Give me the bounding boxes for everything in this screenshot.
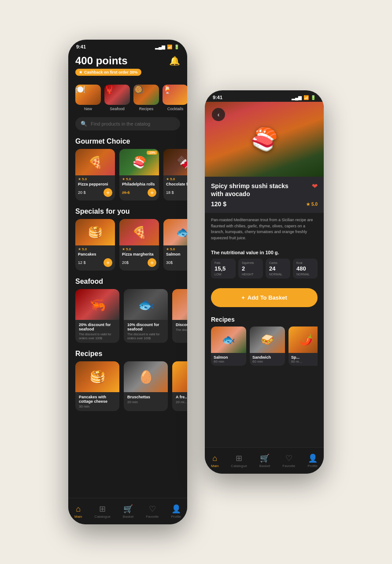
- signal-icon-right: ▂▄▆: [292, 95, 302, 100]
- recipe-img-1: 🥞: [75, 361, 119, 392]
- category-recipes-label: Recipes: [139, 107, 154, 111]
- category-new-label: New: [84, 107, 92, 111]
- recipe-info-3: A fre... 20 mi...: [172, 392, 187, 407]
- sushi-name: Philadelphia rolls: [119, 181, 159, 188]
- profile-icon-right: 👤: [308, 453, 318, 463]
- star-icon: ★: [122, 247, 125, 251]
- seafood-desc-3: The disc... orders o...: [176, 328, 187, 332]
- wifi-icon-right: 📶: [303, 95, 309, 100]
- recipe-card-1[interactable]: 🥞 Pancakes with cottage cheese 30 min: [75, 361, 119, 411]
- right-recipe-sandwich[interactable]: 🥪 Sandwich 60 min: [250, 327, 285, 366]
- specials-title: Specials for you: [68, 205, 187, 219]
- nav-catalogue-right[interactable]: ⊞ Catalogue: [231, 453, 247, 468]
- right-recipe-salmon[interactable]: 🐟 Salmon 60 min: [211, 327, 246, 366]
- squirrels-label: Squirrels: [242, 261, 259, 264]
- star-icon: ★: [78, 247, 81, 251]
- salmon-rating: ★ 5.0: [163, 245, 187, 251]
- seafood-img-2: 🐟: [124, 289, 168, 320]
- pancakes-name: Pancakes: [75, 251, 115, 258]
- food-card-pancakes[interactable]: 🥞 ★ 5.0 Pancakes 12 $ +: [75, 219, 115, 271]
- pizza-price: 20 $: [78, 190, 86, 195]
- category-recipes[interactable]: 🥘 Recipes: [133, 85, 159, 111]
- recipe-card-2[interactable]: 🥚 Bruschettas 20 min: [124, 361, 168, 411]
- food-description: Pan-roasted Mediterranean trout from a S…: [205, 213, 324, 245]
- catalogue-icon-left: ⊞: [99, 504, 106, 514]
- seafood-img-3: 🦑: [172, 289, 187, 320]
- seafood-desc-2: The discount is valid for orders over 10…: [127, 332, 164, 340]
- bell-icon[interactable]: 🔔: [169, 56, 180, 66]
- plus-icon: +: [241, 294, 245, 301]
- salmon-name: Salmon: [163, 251, 187, 258]
- recipe-time-3: 20 mi...: [176, 400, 187, 404]
- nav-favorite-left[interactable]: ♡ Favorite: [146, 504, 159, 519]
- kcal-unit: NORMAL: [296, 273, 314, 276]
- nav-main-label-right: Main: [211, 464, 218, 468]
- margherita-add-btn[interactable]: +: [148, 258, 156, 267]
- seafood-card-1[interactable]: 🦐 20% discount for seafood The discount …: [75, 289, 119, 343]
- category-cocktails-img: 🍹: [163, 85, 187, 105]
- food-card-salmon[interactable]: 🐟 ★ 5.0 Salmon 30$ +: [163, 219, 187, 271]
- pancakes-add-btn[interactable]: +: [104, 258, 112, 267]
- recipe-img-2: 🥚: [124, 361, 168, 392]
- food-card-choc[interactable]: 🍫 ★ 5.0 Chocolate fo... 18 $ +: [163, 149, 187, 200]
- nav-basket-right[interactable]: 🛒 Basket: [259, 453, 270, 468]
- nutrition-section: The nutritional value in 100 g. Fats 15,…: [205, 245, 324, 283]
- pizza-img: 🍕: [75, 149, 115, 175]
- right-recipe-sp-time: 60 m...: [291, 360, 318, 364]
- seafood-discount-1: 20% discount for seafood: [79, 323, 116, 331]
- fats-value: 15,5: [214, 265, 232, 272]
- right-recipe-sandwich-info: Sandwich 60 min: [250, 353, 285, 366]
- cashback-text: Cashback on first order 30%: [84, 70, 138, 74]
- nutrition-carbs: Carbs 24 NORMAL: [266, 259, 290, 278]
- nav-main-right[interactable]: ⌂ Main: [211, 454, 218, 468]
- header-left: 400 points 🔔 ★ Cashback on first order 3…: [68, 51, 187, 80]
- back-button[interactable]: ‹: [212, 108, 225, 121]
- add-to-basket-button[interactable]: + Add To Basket: [211, 288, 318, 307]
- carbs-value: 24: [269, 265, 287, 272]
- seafood-title: Seafood: [68, 275, 187, 289]
- food-card-sushi[interactable]: 🍣 -15% ★ 5.0 Philadelphia rolls 25 $ +: [119, 149, 159, 200]
- margherita-rating-val: 5.0: [126, 247, 131, 251]
- right-recipe-sandwich-name: Sandwich: [252, 355, 282, 360]
- nutrition-kcal: Kcal 480 NORMAL: [293, 259, 318, 278]
- pizza-name: Pizza pepperoni: [75, 181, 115, 188]
- seafood-card-2[interactable]: 🐟 10% discount for seafood The discount …: [124, 289, 168, 343]
- favorite-icon-left: ♡: [149, 504, 156, 514]
- margherita-price: 20$: [122, 260, 129, 265]
- search-bar[interactable]: 🔍 Find products in the catalog: [75, 117, 180, 130]
- heart-icon[interactable]: ❤: [312, 182, 318, 190]
- recipe-card-3[interactable]: 🍳 A fre... 20 mi...: [172, 361, 187, 411]
- seafood-img-1: 🦐: [75, 289, 119, 320]
- rating-value-right: 5.0: [311, 202, 318, 207]
- category-new-img: 🍽️: [75, 85, 101, 105]
- food-card-margherita[interactable]: 🍕 ★ 5.0 Pizza margherita 20$ +: [119, 219, 159, 271]
- pizza-add-btn[interactable]: +: [104, 188, 112, 197]
- home-icon-left: ⌂: [76, 505, 81, 514]
- seafood-cards: 🦐 20% discount for seafood The discount …: [68, 289, 187, 347]
- nav-main-left[interactable]: ⌂ Main: [74, 505, 82, 519]
- category-new[interactable]: 🍽️ New: [75, 85, 101, 111]
- category-seafood[interactable]: 🦞 Seafood: [104, 85, 130, 111]
- right-recipe-salmon-info: Salmon 60 min: [211, 353, 246, 366]
- nav-basket-left[interactable]: 🛒 Basket: [123, 504, 133, 519]
- category-cocktails[interactable]: 🍹 Cocktails: [163, 85, 187, 111]
- sushi-badge: -15%: [147, 151, 157, 155]
- right-recipes-title: Recipes: [211, 312, 318, 327]
- nav-favorite-right[interactable]: ♡ Favorite: [282, 453, 295, 468]
- nav-catalogue-left[interactable]: ⊞ Catalogue: [94, 504, 110, 519]
- recipes-cards: 🥞 Pancakes with cottage cheese 30 min 🥚 …: [68, 361, 187, 416]
- seafood-card-3[interactable]: 🦑 Discount for seaf... The disc... order…: [172, 289, 187, 343]
- right-recipe-sp-img: 🌶️: [288, 327, 318, 353]
- nav-profile-right[interactable]: 👤 Profile: [307, 453, 318, 468]
- nav-profile-left[interactable]: 👤 Profile: [171, 504, 181, 519]
- right-recipe-sp[interactable]: 🌶️ Sp... 60 m...: [288, 327, 318, 366]
- home-icon-right: ⌂: [212, 454, 217, 463]
- recipe-name-3: A fre...: [176, 395, 187, 399]
- right-phone: 9:41 ▂▄▆ 📶 🔋 ‹ 🍣 Spicy shrimp sushi stac…: [205, 90, 324, 474]
- pancakes-rating-val: 5.0: [82, 247, 87, 251]
- nav-favorite-label-right: Favorite: [282, 464, 295, 468]
- food-card-pizza[interactable]: 🍕 ★ 5.0 Pizza pepperoni 20 $ +: [75, 149, 115, 200]
- nav-catalogue-label-left: Catalogue: [94, 515, 110, 519]
- battery-icon-right: 🔋: [311, 95, 316, 100]
- sushi-add-btn[interactable]: +: [148, 188, 156, 197]
